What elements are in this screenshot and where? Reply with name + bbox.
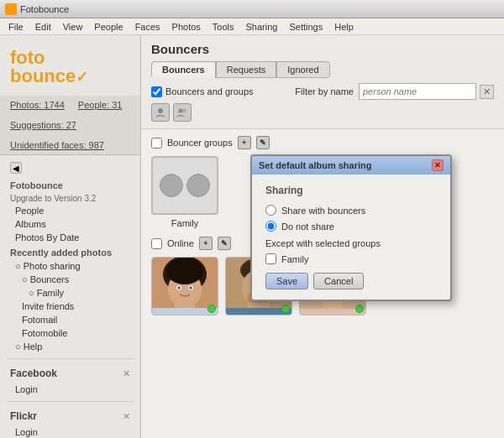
menu-tools[interactable]: Tools — [207, 20, 239, 34]
menu-bar: File Edit View People Faces Photos Tools… — [0, 18, 504, 35]
content-body: Bouncer groups + ✎ Family — [141, 129, 504, 438]
sidebar-label-fotobounce: Fotobounce — [0, 177, 140, 192]
menu-file[interactable]: File — [3, 20, 29, 34]
sidebar-invite-friends[interactable]: Invite friends — [0, 300, 140, 313]
sidebar-facebook-section: Facebook ✕ — [0, 364, 140, 383]
dialog-save-btn[interactable]: Save — [265, 273, 308, 289]
menu-help[interactable]: Help — [329, 20, 359, 34]
app-icon — [5, 3, 17, 15]
title-bar: Fotobounce — [0, 0, 504, 18]
filter-label: Filter by name — [295, 86, 354, 96]
content-header: Bouncers Bouncers Requests Ignored Bounc… — [141, 35, 504, 129]
sidebar-facebook-close[interactable]: ✕ — [123, 368, 130, 379]
radio-share-bouncers[interactable] — [265, 205, 276, 216]
filter-input[interactable] — [359, 83, 476, 100]
dialog-body: Sharing Share with bouncers Do not share… — [252, 175, 450, 300]
radio-do-not-share-label[interactable]: Do not share — [281, 222, 334, 232]
sidebar-flickr-label: Flickr — [10, 410, 37, 422]
dialog-close-btn[interactable]: ✕ — [432, 159, 444, 171]
sidebar-divider-1 — [7, 358, 134, 359]
sidebar-divider-2 — [7, 401, 134, 402]
sidebar-flickr-login[interactable]: Login — [0, 425, 140, 438]
radio-share-bouncers-label[interactable]: Share with bouncers — [281, 206, 365, 216]
sidebar-flickr-close[interactable]: ✕ — [123, 411, 130, 422]
sidebar-photo-sharing[interactable]: ○ Photo sharing — [0, 259, 140, 273]
menu-photos[interactable]: Photos — [167, 20, 206, 34]
sidebar-facebook-label: Facebook — [10, 368, 57, 379]
group-avatar-btn[interactable] — [173, 103, 192, 122]
radio-do-not-share[interactable] — [265, 221, 276, 232]
dialog-cancel-btn[interactable]: Cancel — [313, 273, 364, 289]
dialog-family-checkbox[interactable] — [265, 253, 276, 264]
bouncers-groups-checkbox[interactable] — [151, 86, 162, 97]
avatar-icons-row — [151, 103, 494, 122]
menu-sharing[interactable]: Sharing — [241, 20, 283, 34]
sidebar-facebook-login[interactable]: Login — [0, 383, 140, 396]
sidebar-photos-by-date[interactable]: Photos By Date — [0, 231, 140, 244]
bouncers-groups-checkbox-label[interactable]: Bouncers and groups — [151, 86, 254, 97]
add-avatar-btn[interactable] — [151, 103, 170, 122]
nav-tabs: Photos: 1744 People: 31 Suggestions: 27 … — [0, 96, 140, 155]
except-label: Except with selected groups — [265, 238, 437, 248]
page-title: Bouncers — [151, 42, 494, 56]
sidebar-help[interactable]: ○ Help — [0, 340, 140, 353]
dialog-family-label[interactable]: Family — [281, 254, 308, 264]
sidebar-fotomobile[interactable]: Fotomobile — [0, 326, 140, 340]
sidebar-albums[interactable]: Albums — [0, 217, 140, 231]
nav-tab-unidentified[interactable]: Unidentified faces: 987 — [7, 138, 108, 152]
menu-people[interactable]: People — [89, 20, 128, 34]
dialog-buttons: Save Cancel — [265, 273, 437, 289]
inner-tabs: Bouncers Requests Ignored — [151, 61, 494, 78]
radio-share-bouncers-row: Share with bouncers — [265, 205, 437, 216]
sharing-dialog: Set default album sharing ✕ Sharing Shar… — [250, 154, 452, 301]
menu-settings[interactable]: Settings — [284, 20, 328, 34]
logo-line2: bounce — [10, 65, 76, 86]
sidebar-flickr-section: Flickr ✕ — [0, 407, 140, 425]
menu-edit[interactable]: Edit — [30, 20, 56, 34]
nav-tab-photos[interactable]: Photos: 1744 — [7, 98, 68, 112]
filter-box: Filter by name ✕ — [295, 83, 494, 100]
sidebar: foto bounce✓ Photos: 1744 People: 31 Sug… — [0, 35, 141, 438]
dialog-family-checkbox-row: Family — [265, 253, 437, 264]
tab-requests[interactable]: Requests — [216, 61, 276, 78]
nav-tab-suggestions[interactable]: Suggestions: 27 — [7, 118, 80, 132]
sidebar-collapse-btn[interactable]: ◀ — [10, 162, 22, 174]
sidebar-fotomail[interactable]: Fotomail — [0, 313, 140, 326]
dialog-title: Set default album sharing — [259, 160, 371, 170]
menu-faces[interactable]: Faces — [130, 20, 165, 34]
options-row: Bouncers and groups Filter by name ✕ — [151, 83, 494, 100]
tab-ignored[interactable]: Ignored — [276, 61, 329, 78]
bouncers-groups-label: Bouncers and groups — [165, 86, 254, 96]
tab-bouncers[interactable]: Bouncers — [151, 61, 216, 78]
filter-clear-btn[interactable]: ✕ — [480, 85, 494, 99]
svg-point-2 — [182, 109, 186, 113]
dialog-overlay: Set default album sharing ✕ Sharing Shar… — [141, 129, 504, 438]
content-area: Bouncers Bouncers Requests Ignored Bounc… — [141, 35, 504, 438]
menu-view[interactable]: View — [58, 20, 88, 34]
svg-point-0 — [158, 108, 163, 113]
radio-do-not-share-row: Do not share — [265, 221, 437, 232]
sidebar-bouncers[interactable]: ○ Bouncers — [0, 273, 140, 286]
nav-tab-people[interactable]: People: 31 — [75, 98, 126, 112]
sidebar-family[interactable]: ○ Family — [0, 286, 140, 300]
window-title: Fotobounce — [20, 4, 69, 14]
sidebar-recently-label: Recently added photos — [0, 244, 140, 259]
dialog-section-title: Sharing — [265, 185, 437, 196]
logo: foto bounce✓ — [0, 42, 140, 96]
dialog-title-bar: Set default album sharing ✕ — [252, 156, 450, 175]
logo-text: foto bounce✓ — [10, 49, 130, 86]
